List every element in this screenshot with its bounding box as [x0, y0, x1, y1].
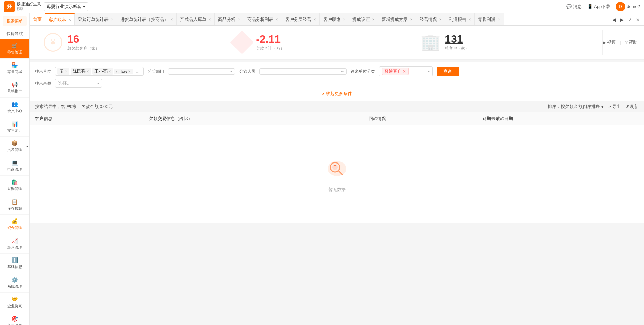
tab-profit-report-close[interactable]: ✕ [468, 17, 471, 21]
tab-inbound-close[interactable]: ✕ [170, 17, 173, 21]
sidebar-item-retail-mall[interactable]: 🏪 零售商城 [0, 59, 29, 78]
collapse-arrow-icon: ∧ [321, 91, 325, 96]
logo-title: 畅捷通好生意 [17, 2, 41, 6]
tab-production-close[interactable]: ✕ [208, 17, 211, 21]
sidebar-item-ecommerce[interactable]: 💻 电商管理 [0, 156, 29, 176]
filter-tag-more[interactable]: ... [134, 69, 142, 74]
user-area[interactable]: D demo2 [616, 2, 640, 11]
sidebar-item-operation[interactable]: 📈 经营管理 [0, 234, 29, 254]
dept-select[interactable]: ▾ [168, 68, 235, 75]
tab-add-raise-label: 新增提成方案 [382, 16, 408, 23]
filter-tag-cj-label: cjttcw [116, 69, 127, 74]
sidebar-search-button[interactable]: 搜索菜单 [3, 16, 27, 26]
help-label: 帮助 [629, 39, 637, 45]
sidebar-item-basic-info[interactable]: ℹ️ 基础信息 [0, 254, 29, 273]
filter-tag-wang-close[interactable]: ✕ [108, 70, 111, 73]
tab-customer-segment-close[interactable]: ✕ [313, 17, 316, 21]
tab-product-analysis-list-close[interactable]: ✕ [275, 17, 278, 21]
filter-tag-wu-close[interactable]: ✕ [65, 70, 67, 73]
sidebar-item-retail-stats[interactable]: 📊 零售统计 [0, 117, 29, 137]
unit-class-tag-close[interactable]: ✕ [402, 69, 406, 74]
person-more: ··· [341, 70, 344, 73]
app-download-action[interactable]: 📱 App下载 [587, 4, 610, 10]
tab-production-inbound[interactable]: 产成品入库单 ✕ [177, 13, 215, 25]
tab-nav-right[interactable]: ▶ [619, 16, 625, 23]
total-customers-number: 16 [67, 34, 99, 44]
sidebar-item-system[interactable]: ⚙️ 系统管理 [0, 273, 29, 293]
balance-label: 往来余额 [35, 81, 51, 86]
tab-product-analysis[interactable]: 商品分析 ✕ [215, 13, 244, 25]
logo-area: 好 畅捷通好生意 标版 [4, 1, 41, 12]
sort-select[interactable]: 排序：按欠款金额倒序排序 ▾ [548, 104, 604, 110]
ecommerce-label: 电商管理 [7, 167, 22, 171]
tab-inbound-stats[interactable]: 进货单统计表（按商品） ✕ [117, 13, 177, 25]
tab-customer-accounts-close[interactable]: ✕ [68, 18, 71, 22]
sidebar-quick-nav[interactable]: 快捷导航 [0, 29, 29, 39]
help-action[interactable]: ? 帮助 [625, 39, 637, 45]
sidebar-item-enterprise-coop[interactable]: 🤝 企业协同 [0, 293, 29, 312]
marketing-label: 营销推广 [7, 89, 22, 93]
export-icon: ↗ [608, 104, 611, 109]
message-label: 消息 [573, 4, 582, 10]
partner-unit-tag-group[interactable]: 伍 ✕ 陈民强 ✕ 王小亮 ✕ cjttcw ✕ [55, 67, 144, 76]
sidebar-item-finance[interactable]: 💰 资金管理 [0, 215, 29, 234]
sidebar-item-member[interactable]: 👥 会员中心 [0, 98, 29, 117]
tab-nav-left[interactable]: ◀ [611, 16, 617, 23]
avatar: D [616, 2, 625, 11]
tab-home[interactable]: 首页 [30, 13, 45, 25]
empty-row: 暂无数据 [30, 125, 644, 223]
tab-zero-retail-profit-close[interactable]: ✕ [498, 17, 500, 21]
filter-tag-chen-close[interactable]: ✕ [86, 70, 89, 73]
video-action[interactable]: ▶ 视频 [603, 39, 616, 45]
main-layout: 搜索菜单 快捷导航 🛒 零售管理 🏪 零售商城 📢 营销推广 👥 会员中心 📊 … [0, 13, 644, 325]
tab-zero-retail-profit[interactable]: 零售利润 ✕ [475, 13, 504, 25]
export-button[interactable]: ↗ 导出 [608, 104, 621, 110]
tab-customer-segment[interactable]: 客户分层经营 ✕ [282, 13, 320, 25]
sidebar-item-marketing[interactable]: 📢 营销推广 [0, 78, 29, 98]
enterprise-coop-icon: 🤝 [1, 296, 28, 302]
balance-arrow: ▾ [97, 82, 99, 85]
tab-raise-settings[interactable]: 提成设置 ✕ [349, 13, 378, 25]
tab-customer-contact[interactable]: 客户联络 ✕ [320, 13, 349, 25]
tab-operation-status[interactable]: 经营情况 ✕ [416, 13, 445, 25]
enterprise-coop-label: 企业协同 [7, 304, 22, 308]
wholesale-icon: 📦 [1, 140, 28, 146]
unit-class-tag: 普通客户 ✕ [382, 68, 409, 75]
sidebar-item-purchase[interactable]: 🛍️ 采购管理 [0, 176, 29, 195]
tab-profit-report[interactable]: 利润报告 ✕ [445, 13, 475, 25]
tab-operation-status-close[interactable]: ✕ [439, 17, 442, 21]
tab-customer-contact-close[interactable]: ✕ [343, 17, 345, 21]
tab-product-analysis-close[interactable]: ✕ [238, 17, 240, 21]
store-selector[interactable]: 母婴行业演示帐套 ▾ [44, 2, 88, 11]
tab-product-analysis-list[interactable]: 商品分析列表 ✕ [244, 13, 282, 25]
sidebar-item-retail-manage[interactable]: 🛒 零售管理 [0, 39, 29, 59]
filter-row-2: 往来余额 选择... ▾ [35, 79, 639, 88]
tab-close-all[interactable]: ✕ [635, 16, 641, 23]
balance-select[interactable]: 选择... ▾ [55, 79, 102, 88]
filter-area: 往来单位 伍 ✕ 陈民强 ✕ 王小亮 ✕ [30, 62, 644, 101]
tab-add-raise-close[interactable]: ✕ [410, 17, 413, 21]
tab-customer-accounts[interactable]: 客户账本 ✕ [45, 13, 75, 25]
unit-class-tag-label: 普通客户 [384, 68, 402, 74]
query-button[interactable]: 查询 [437, 67, 459, 76]
person-select[interactable]: ··· [259, 68, 347, 75]
sidebar-item-wholesale[interactable]: 📦 批发管理 [0, 137, 29, 156]
sidebar-item-new-guide[interactable]: 🎯 新手引导 [0, 312, 29, 325]
tab-expand[interactable]: ⤢ [627, 16, 633, 23]
refresh-button[interactable]: ↺ 刷新 [625, 104, 639, 110]
unit-class-select[interactable]: 普通客户 ✕ ▾ [379, 66, 433, 76]
unit-class-arrow: ▾ [428, 70, 430, 73]
message-action[interactable]: 💬 消息 [566, 4, 582, 10]
col-due-date: 到期未放款日期 [477, 112, 644, 125]
top-bar: 好 畅捷通好生意 标版 母婴行业演示帐套 ▾ 💬 消息 📱 App下载 D de… [0, 0, 644, 13]
tab-purchase-order-close[interactable]: ✕ [111, 17, 113, 21]
empty-state: 暂无数据 [35, 129, 639, 220]
tab-add-raise[interactable]: 新增提成方案 ✕ [378, 13, 416, 25]
sidebar-item-inventory[interactable]: 📋 库存核算 [0, 195, 29, 215]
tab-product-analysis-label: 商品分析 [218, 16, 235, 23]
tab-raise-settings-close[interactable]: ✕ [372, 17, 375, 21]
collapse-button[interactable]: ∧ 收起更多条件 [35, 91, 639, 97]
tab-purchase-order-stats[interactable]: 采购订单统计表 ✕ [75, 13, 117, 25]
filter-tag-cj-close[interactable]: ✕ [128, 70, 131, 73]
stat-values-debt: -2.11 欠款合计（万） [256, 34, 284, 51]
